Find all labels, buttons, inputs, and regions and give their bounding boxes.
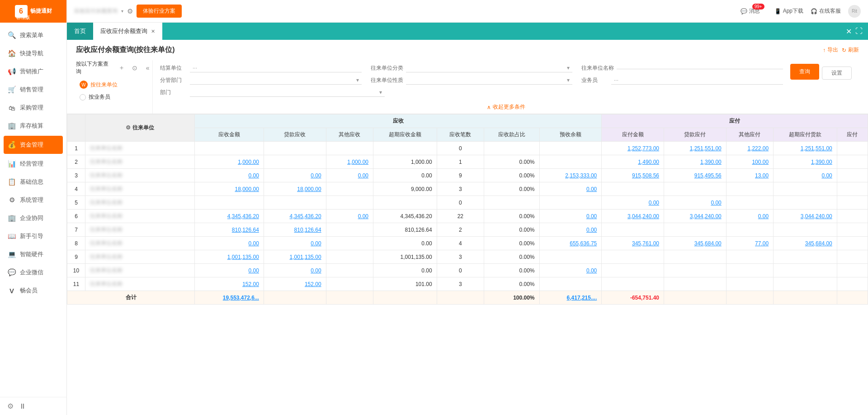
sidebar-item-wechat[interactable]: 💬 企业微信 — [0, 263, 66, 281]
scheme-by-salesperson[interactable]: 按业务员 — [76, 91, 152, 103]
sidebar-item-operations[interactable]: 📊 经营管理 — [0, 155, 66, 173]
th-ap-other: 其他应付 — [726, 128, 773, 142]
smarthw-icon: 💻 — [7, 250, 16, 259]
collapse-label: 收起更多条件 — [493, 103, 525, 111]
unit-category-chevron: ▾ — [567, 65, 570, 71]
unit-category-input[interactable]: ▾ — [406, 64, 572, 72]
settlement-dots: ··· — [193, 65, 197, 71]
footer-ar-amount: 19,553,472,6... — [195, 291, 264, 305]
th-partner: ⚙ 往来单位 — [85, 114, 195, 142]
finance-icon: 💰 — [7, 140, 16, 149]
table-row: 1往来单位名称01,252,773.001,251,551.001,222.00… — [67, 142, 868, 155]
scheme-label-partner: 按往来单位 — [90, 81, 118, 89]
query-button[interactable]: 查询 — [790, 64, 819, 80]
sidebar-item-member[interactable]: V 畅会员 — [0, 281, 66, 300]
wechat-icon: 💬 — [7, 268, 16, 277]
filter-unit-name: 往来单位名称 — [581, 64, 783, 72]
message-item[interactable]: 💬 消息 99+ — [741, 7, 760, 15]
unit-name-input[interactable] — [617, 67, 783, 69]
basicinfo-icon: 📋 — [7, 177, 16, 186]
tab-home-label: 首页 — [74, 27, 86, 35]
sidebar-item-inventory[interactable]: 🏢 库存核算 — [0, 117, 66, 135]
sidebar-item-smarthw[interactable]: 💻 智能硬件 — [0, 245, 66, 263]
unit-nature-input[interactable]: ▾ — [406, 76, 572, 85]
scheme-by-partner[interactable]: W 按往来单位 — [76, 78, 152, 91]
cell-no: 8 — [67, 237, 85, 250]
th-ar-overdue: 超期应收金额 — [373, 128, 437, 142]
sidebar-item-system[interactable]: ⚙ 系统管理 — [0, 191, 66, 209]
filter-row-1: 结算单位 ··· 往来单位分类 ▾ 往来单位名称 — [160, 64, 783, 72]
online-service-item[interactable]: 🎧 在线客服 — [811, 7, 841, 15]
department-input[interactable]: ▾ — [190, 88, 385, 97]
cell-no: 7 — [67, 223, 85, 237]
th-partner-label: 往来单位 — [132, 124, 154, 131]
sidebar-item-purchase[interactable]: 🛍 采购管理 — [0, 99, 66, 117]
salesperson-input[interactable]: ··· — [611, 76, 783, 85]
cell-partner: 往来单位名称 — [85, 196, 195, 210]
table-row: 9往来单位名称1,001,135.001,001,135.001,001,135… — [67, 250, 868, 264]
refresh-icon: ↻ — [842, 47, 846, 53]
salesperson-label: 业务员 — [581, 76, 609, 84]
add-scheme-icon[interactable]: ＋ — [117, 63, 127, 73]
page-header: 应收应付余额查询(按往来单位) ↑ 导出 ↻ 刷新 按以下方案查询 ＋ ⊙ — [67, 40, 868, 114]
system-icon: ⚙ — [7, 196, 16, 205]
sidebar-item-sales[interactable]: 🛒 销售管理 — [0, 81, 66, 99]
close-tab-btn[interactable]: ✕ — [846, 27, 852, 36]
sidebar-item-marketing[interactable]: 📢 营销推广 — [0, 62, 66, 81]
export-icon: ↑ — [823, 47, 826, 53]
sidebar-item-guide[interactable]: 📖 新手引导 — [0, 227, 66, 245]
search-icon: 🔍 — [7, 31, 16, 40]
back-scheme-icon[interactable]: « — [143, 63, 152, 73]
settlement-unit-input[interactable]: ··· — [190, 64, 362, 72]
collapse-sidebar-icon[interactable]: ⏸ — [19, 402, 26, 410]
th-ap-amount: 应付金额 — [602, 128, 664, 142]
th-no — [67, 114, 85, 142]
user-avatar-item[interactable]: Rit — [848, 5, 861, 18]
unit-nature-label: 往来单位性质 — [371, 76, 403, 84]
footer-ap-overdue — [774, 291, 837, 305]
scheme-label-salesperson: 按业务员 — [89, 93, 110, 101]
settings-bottom-icon[interactable]: ⚙ — [7, 402, 14, 410]
cell-partner: 往来单位名称 — [85, 169, 195, 182]
cell-partner: 往来单位名称 — [85, 182, 195, 196]
sidebar-item-enterprise[interactable]: 🏢 企业协同 — [0, 209, 66, 227]
table-row: 2往来单位名称1,000.001,000.001,000.0010.00%1,4… — [67, 155, 868, 169]
footer-prepay: 6,417,215.... — [539, 291, 602, 305]
th-ap-tail: 应付 — [837, 128, 868, 142]
topnav: 应收应付余额查询 ▾ ⚙ 体验行业方案 💬 消息 99+ 📱 App下载 🎧 在… — [67, 0, 868, 23]
tab-home[interactable]: 首页 — [67, 23, 93, 40]
cell-no: 5 — [67, 196, 85, 210]
collapse-button[interactable]: ∧ 收起更多条件 — [160, 100, 852, 114]
cell-partner: 往来单位名称 — [85, 155, 195, 169]
filter-salesperson: 业务员 ··· — [581, 76, 783, 85]
collapse-icon: ∧ — [487, 104, 491, 110]
promo-button[interactable]: 体验行业方案 — [137, 5, 182, 18]
footer-ar-overdue — [373, 291, 437, 305]
topnav-gear-icon[interactable]: ⚙ — [127, 7, 133, 15]
export-button[interactable]: ↑ 导出 — [823, 46, 838, 54]
th-settings-icon[interactable]: ⚙ — [126, 124, 131, 131]
salesperson-dots: ··· — [614, 77, 618, 83]
expand-tab-btn[interactable]: ⛶ — [855, 27, 863, 35]
edit-scheme-icon[interactable]: ⊙ — [130, 63, 140, 73]
tab-close-icon[interactable]: ✕ — [151, 29, 155, 34]
footer-ar-count — [437, 291, 484, 305]
sidebar-item-search[interactable]: 🔍 搜索菜单 — [0, 26, 66, 44]
th-ar-other: 其他应收 — [326, 128, 373, 142]
refresh-button[interactable]: ↻ 刷新 — [842, 46, 859, 54]
sidebar-item-quicknav[interactable]: 🏠 快捷导航 — [0, 44, 66, 62]
app-download-item[interactable]: 📱 App下载 — [774, 7, 803, 15]
dept-input[interactable]: ▾ — [190, 76, 362, 85]
sidebar-item-label: 搜索菜单 — [20, 31, 43, 39]
topnav-left: 应收应付余额查询 ▾ ⚙ 体验行业方案 — [74, 5, 741, 18]
settlement-unit-label: 结算单位 — [160, 64, 187, 72]
setting-button[interactable]: 设置 — [822, 67, 852, 80]
sidebar-item-label: 销售管理 — [20, 86, 43, 94]
cell-no: 2 — [67, 155, 85, 169]
sidebar-item-basicinfo[interactable]: 📋 基础信息 — [0, 173, 66, 191]
marketing-icon: 📢 — [7, 67, 16, 76]
tab-ar-ap[interactable]: 应收应付余额查询 ✕ — [93, 23, 162, 40]
sidebar-item-finance[interactable]: 💰 资金管理 — [4, 136, 63, 154]
topnav-dropdown-arrow[interactable]: ▾ — [121, 9, 123, 14]
main-content: 应收应付余额查询(按往来单位) ↑ 导出 ↻ 刷新 按以下方案查询 ＋ ⊙ — [67, 40, 868, 415]
